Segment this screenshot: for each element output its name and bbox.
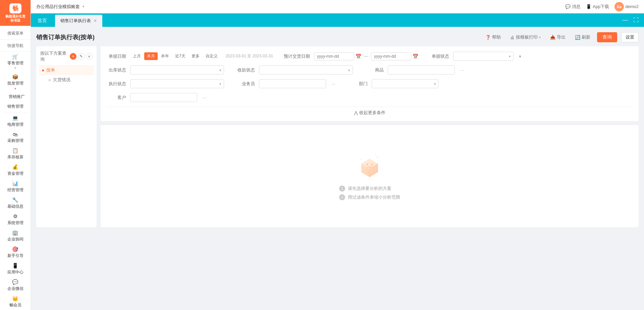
filter-row-2: 出库状态 收款状态 商品 bbox=[106, 65, 633, 74]
salesman-dots[interactable]: ··· bbox=[330, 81, 337, 87]
expected-date-from[interactable] bbox=[314, 52, 354, 60]
export-btn[interactable]: 📥 导出 bbox=[547, 33, 568, 42]
calendar-to-icon[interactable]: 📅 bbox=[413, 54, 418, 59]
sidebar-item-business[interactable]: 📊 经营管理 bbox=[0, 178, 31, 195]
quick-nav-section: 快捷导航 bbox=[0, 40, 31, 52]
retail-chevron: ▾ bbox=[14, 66, 16, 70]
collapse-label: 收起更多条件 bbox=[359, 110, 385, 116]
refresh-btn[interactable]: 🔄 刷新 bbox=[572, 33, 593, 42]
sidebar-item-inventory[interactable]: 📋 库存核算 bbox=[0, 146, 31, 162]
query-btn[interactable]: 查询 bbox=[597, 32, 617, 42]
sidebar-item-wechat[interactable]: 💬 企业微信 bbox=[0, 277, 31, 294]
date-tag-this-year[interactable]: 本年 bbox=[158, 52, 172, 60]
sidebar-item-enterprise[interactable]: 🏢 企业协同 bbox=[0, 228, 31, 244]
tip-text-1: 请先选择要分析的方案 bbox=[348, 186, 391, 192]
app-download-btn[interactable]: 📱 App下载 bbox=[586, 4, 609, 10]
receipt-status-select[interactable] bbox=[259, 65, 353, 74]
filter-panel: 单据日期 上月 本月 本年 近7天 更多 自定义 2023-03-01 至 20… bbox=[101, 46, 639, 121]
logo-text: 畅捷通好生意 bbox=[5, 14, 25, 18]
topbar-left: 办公用品行业模拟账套 ▾ bbox=[36, 4, 85, 10]
sidebar-item-purchase[interactable]: 🛍 采购管理 bbox=[0, 130, 31, 146]
member-label: 畅会员 bbox=[9, 302, 21, 308]
scheme-collapse-btn[interactable]: « bbox=[86, 53, 93, 60]
tabbar: 首页 销售订单执行表 ✕ — ⛶ bbox=[31, 13, 644, 27]
tab-close-icon[interactable]: ✕ bbox=[94, 18, 97, 23]
single-status-select[interactable] bbox=[453, 52, 514, 61]
purchase-icon: 🛍 bbox=[13, 132, 18, 137]
date-tag-custom[interactable]: 自定义 bbox=[203, 52, 220, 60]
wechat-label: 企业微信 bbox=[7, 286, 23, 292]
quick-nav-label[interactable]: 快捷导航 bbox=[0, 42, 31, 50]
collapse-btn[interactable]: ⋀ 收起更多条件 bbox=[106, 107, 633, 116]
date-dash: — bbox=[363, 54, 370, 59]
wholesale-icon: 📦 bbox=[12, 74, 18, 80]
sidebar-item-wholesale[interactable]: 📦 批发管理 ▴ bbox=[0, 72, 31, 92]
sidebar-item-newbie[interactable]: 🎯 新手引导 bbox=[0, 244, 31, 261]
product-dots[interactable]: ··· bbox=[459, 67, 466, 73]
refresh-icon: 🔄 bbox=[575, 35, 580, 40]
finance-label: 资金管理 bbox=[7, 171, 23, 176]
department-select[interactable] bbox=[372, 79, 439, 88]
sidebar-item-basic[interactable]: 🔧 基础信息 bbox=[0, 195, 31, 211]
receipt-status-select-wrap bbox=[259, 65, 353, 74]
message-btn[interactable]: 💬 消息 bbox=[565, 4, 581, 10]
tab-maximize-btn[interactable]: ⛶ bbox=[632, 16, 640, 24]
sidebar-item-sales[interactable]: 销售管理 bbox=[0, 102, 31, 111]
sidebar-item-system[interactable]: ⚙ 系统管理 bbox=[0, 211, 31, 228]
business-icon: 📊 bbox=[12, 180, 18, 187]
tab-minimize-btn[interactable]: — bbox=[621, 16, 629, 24]
svg-text:✦: ✦ bbox=[376, 156, 379, 159]
scheme-add-btn[interactable]: + bbox=[70, 53, 76, 60]
date-tag-group: 上月 本月 本年 近7天 更多 自定义 bbox=[130, 52, 220, 60]
calendar-from-icon[interactable]: 📅 bbox=[356, 54, 361, 59]
product-input[interactable] bbox=[388, 65, 455, 74]
sidebar-item-marketing[interactable]: 营销推广 bbox=[0, 92, 31, 102]
tab-home[interactable]: 首页 bbox=[31, 15, 54, 27]
sidebar-item-finance[interactable]: 💰 资金管理 bbox=[0, 162, 31, 178]
tip-text-2: 用过滤条件来缩小分析范围 bbox=[348, 194, 400, 200]
expected-date-group: 📅 — 📅 bbox=[314, 52, 418, 60]
exec-status-select[interactable] bbox=[130, 79, 224, 88]
divider1 bbox=[3, 112, 28, 112]
settings-btn[interactable]: 设置 bbox=[621, 32, 639, 42]
user-name: demo2 bbox=[625, 4, 639, 9]
scheme-edit-btn[interactable]: ✎ bbox=[78, 53, 85, 60]
sidebar-item-ecommerce[interactable]: 💻 电商管理 bbox=[0, 113, 31, 130]
customer-dots[interactable]: ··· bbox=[201, 94, 208, 101]
business-label: 经营管理 bbox=[7, 187, 23, 193]
single-status-dots[interactable]: ▾ bbox=[518, 53, 523, 60]
salesman-input[interactable] bbox=[259, 79, 326, 88]
date-tag-this-month[interactable]: 本月 bbox=[144, 52, 158, 60]
filter-row-3: 执行状态 业务员 ··· 部门 bbox=[106, 79, 633, 88]
filter-table-right: 单据日期 上月 本月 本年 近7天 更多 自定义 2023-03-01 至 20… bbox=[101, 46, 639, 227]
single-status-select-wrap bbox=[453, 52, 514, 61]
scheme-sub-owe-goods[interactable]: ○ 欠货情况 bbox=[39, 75, 94, 85]
inventory-label: 库存核算 bbox=[7, 154, 23, 160]
search-menu-label[interactable]: 搜索菜单 bbox=[3, 29, 28, 38]
sidebar-item-app-center[interactable]: 📱 应用中心 bbox=[0, 261, 31, 277]
system-label: 系统管理 bbox=[7, 220, 23, 226]
scheme-item-order-label: 按单 bbox=[46, 67, 55, 73]
sidebar-item-member[interactable]: 👑 畅会员 bbox=[0, 294, 31, 310]
single-date-label: 单据日期 bbox=[106, 53, 126, 59]
salesman-label: 业务员 bbox=[235, 81, 255, 87]
out-status-select[interactable] bbox=[130, 65, 224, 74]
expected-date-to[interactable] bbox=[371, 52, 411, 60]
customer-input[interactable] bbox=[130, 93, 197, 102]
scheme-item-by-order[interactable]: ● 按单 bbox=[39, 65, 94, 75]
user-profile[interactable]: Ea demo2 bbox=[614, 2, 639, 11]
scheme-header: 按以下方案查询 + ✎ « bbox=[39, 50, 94, 62]
sidebar-search-section: 搜索菜单 bbox=[0, 26, 31, 40]
sidebar-item-retail[interactable]: 🛒 零售管理 ▾ bbox=[0, 52, 31, 72]
help-btn[interactable]: ❓ 帮助 bbox=[483, 33, 503, 42]
date-tag-last-month[interactable]: 上月 bbox=[130, 52, 144, 60]
print-btn[interactable]: 🖨 按模板打印 ▾ bbox=[507, 33, 543, 42]
main-area: 办公用品行业模拟账套 ▾ 💬 消息 📱 App下载 Ea demo2 首页 销售… bbox=[31, 0, 644, 310]
app-logo: 畅 畅捷通好生意 标准版 bbox=[0, 0, 31, 26]
date-tag-more[interactable]: 更多 bbox=[189, 52, 202, 60]
date-tag-last7[interactable]: 近7天 bbox=[172, 52, 188, 60]
tab-order-exec[interactable]: 销售订单执行表 ✕ bbox=[55, 15, 102, 27]
topbar-dropdown-icon[interactable]: ▾ bbox=[83, 4, 85, 9]
print-icon: 🖨 bbox=[510, 35, 515, 40]
page-title: 销售订单执行表(按单) bbox=[36, 33, 95, 41]
